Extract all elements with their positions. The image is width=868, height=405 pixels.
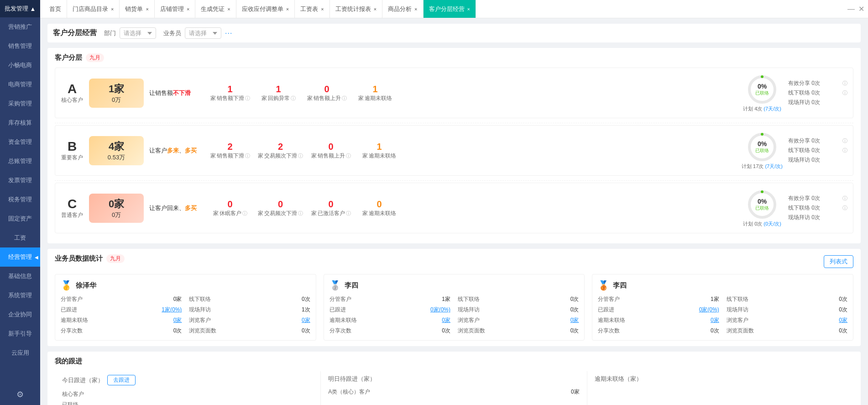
- sidebar-item-工资[interactable]: 工资: [0, 228, 40, 247]
- agent-stat-val-link[interactable]: 0家: [302, 316, 310, 324]
- sidebar-item-企业协同[interactable]: 企业协同: [0, 305, 40, 324]
- info-icon[interactable]: ⓘ: [245, 153, 250, 159]
- go-followup-button[interactable]: 去跟进: [107, 375, 136, 385]
- tab-应收应付调整单[interactable]: 应收应付调整单 ×: [236, 0, 295, 18]
- tab-close-icon[interactable]: ×: [146, 6, 148, 12]
- info-icon[interactable]: ⓘ: [842, 80, 847, 87]
- sidebar-item-税务管理[interactable]: 税务管理: [0, 190, 40, 209]
- sidebar-item-云应用[interactable]: 云应用: [0, 343, 40, 363]
- sidebar-item-资金管理[interactable]: 资金管理: [0, 132, 40, 152]
- tab-销货单[interactable]: 销货单 ×: [120, 0, 154, 18]
- sidebar-item-营销推广[interactable]: 营销推广: [0, 17, 40, 37]
- agent-stat-val-link[interactable]: 0家(0%): [430, 306, 450, 314]
- agent-stat-label: 已跟进: [61, 306, 77, 314]
- info-icon[interactable]: ⓘ: [291, 95, 296, 102]
- agent-stat-val-link[interactable]: 1家(0%): [162, 306, 182, 314]
- info-icon[interactable]: ⓘ: [842, 137, 847, 144]
- agent-card-1: 🥈 李四 分管客户 1家 线下联络 0次 已跟进: [324, 274, 585, 341]
- agent-stat-val-link[interactable]: 0家: [711, 316, 719, 324]
- info-icon[interactable]: ⓘ: [245, 95, 250, 102]
- tab-close-icon[interactable]: ×: [414, 6, 417, 12]
- tab-label: 生成凭证: [201, 5, 225, 13]
- agent-stat-val-link[interactable]: 0家: [173, 316, 182, 324]
- tab-close-icon[interactable]: ×: [227, 6, 230, 12]
- biz-stats-title-text: 业务员数据统计: [55, 254, 103, 263]
- tier-b-stat-label-3: 家 逾期未联络: [362, 152, 396, 160]
- tab-工资表[interactable]: 工资表 ×: [295, 0, 329, 18]
- tier-c-stat-num-0: 0: [227, 199, 232, 210]
- tab-label: 商品分析: [388, 5, 412, 13]
- info-icon[interactable]: ⓘ: [346, 210, 351, 217]
- tab-bar: 首页 门店商品目录 × 销货单 × 店铺管理 × 生成凭证 × 应收应付调整单 …: [40, 0, 868, 18]
- info-icon[interactable]: ⓘ: [842, 195, 847, 202]
- sidebar-item-label: 采购管理: [8, 100, 32, 107]
- sidebar-item-总账管理[interactable]: 总账管理: [0, 152, 40, 171]
- info-icon[interactable]: ⓘ: [842, 147, 847, 154]
- info-icon[interactable]: ⓘ: [242, 210, 247, 217]
- sidebar-item-固定资产[interactable]: 固定资产: [0, 209, 40, 228]
- sidebar-item-系统管理[interactable]: 系统管理: [0, 286, 40, 305]
- tab-close-icon[interactable]: ×: [187, 6, 189, 12]
- tier-b-plan-link[interactable]: (7天/次): [765, 163, 783, 169]
- stat-sub-label: 回购异常: [268, 95, 290, 102]
- tier-a-plan-link[interactable]: (7天/次): [763, 106, 781, 111]
- agent-medal-2: 🥉: [598, 280, 609, 291]
- tab-店铺管理[interactable]: 店铺管理 ×: [155, 0, 195, 18]
- sidebar-item-销售管理[interactable]: 销售管理: [0, 37, 40, 56]
- tier-a-stat-num-1: 1: [276, 84, 281, 95]
- info-icon[interactable]: ⓘ: [298, 153, 303, 159]
- followup-col-title-text: 今日跟进（家）: [62, 376, 104, 384]
- sidebar-top-item[interactable]: 批发管理 ▲: [0, 0, 40, 17]
- info-icon[interactable]: ⓘ: [342, 95, 347, 102]
- agent-select[interactable]: 请选择: [185, 27, 221, 39]
- agent-stat-label: 已跟进: [598, 306, 614, 314]
- tier-a-stat-3: 1 家 逾期未联络: [355, 84, 396, 102]
- sidebar-item-新手引导[interactable]: 新手引导: [0, 324, 40, 343]
- right-stat-label: 有效分享 0次: [788, 137, 820, 145]
- sidebar-item-label: 总账管理: [8, 158, 32, 164]
- tab-label: 店铺管理: [160, 5, 184, 13]
- sidebar-top-label: 批发管理: [5, 5, 28, 13]
- tab-首页[interactable]: 首页: [44, 0, 67, 18]
- sidebar-item-小畅电商[interactable]: 小畅电商: [0, 56, 40, 75]
- tab-close-icon[interactable]: ×: [321, 6, 324, 12]
- agent-stat-row-1-4: 逾期未联络 0家: [329, 316, 450, 324]
- sidebar-item-库存核算[interactable]: 库存核算: [0, 113, 40, 132]
- agent-stat-val-link[interactable]: 0家: [442, 316, 450, 324]
- list-view-button[interactable]: 列表式: [824, 255, 853, 268]
- tab-close-icon[interactable]: ×: [111, 6, 114, 12]
- tab-close-icon[interactable]: ×: [467, 6, 470, 12]
- tab-门店商品目录[interactable]: 门店商品目录 ×: [67, 0, 120, 18]
- sidebar-item-采购管理[interactable]: 采购管理: [0, 94, 40, 113]
- agent-stat-val-link[interactable]: 0家: [570, 316, 579, 324]
- info-icon[interactable]: ⓘ: [346, 153, 351, 159]
- tier-c-plan-link[interactable]: (0天/次): [763, 221, 781, 226]
- biz-stats-month-badge: 九月: [106, 254, 125, 263]
- agent-stat-val: 1家: [442, 295, 450, 303]
- window-close-icon[interactable]: ✕: [858, 5, 864, 13]
- sidebar-item-电商管理[interactable]: 电商管理: [0, 75, 40, 94]
- tab-商品分析[interactable]: 商品分析 ×: [382, 0, 423, 18]
- followup-col-today: 今日跟进（家） 去跟进 核心客户 已联络 未联络 1: [55, 371, 321, 405]
- tier-a-stat-1: 1 家 回购异常 ⓘ: [258, 84, 299, 102]
- tab-close-icon[interactable]: ×: [374, 6, 376, 12]
- sidebar-item-经营管理[interactable]: 经营管理 ◀: [0, 247, 40, 267]
- dept-select[interactable]: 请选择: [120, 27, 156, 39]
- tab-close-icon[interactable]: ×: [286, 6, 289, 12]
- tab-生成凭证[interactable]: 生成凭证 ×: [195, 0, 236, 18]
- info-icon[interactable]: ⓘ: [842, 205, 847, 211]
- sidebar-item-发票管理[interactable]: 发票管理: [0, 171, 40, 190]
- agent-stat-val-link[interactable]: 0家: [839, 316, 847, 324]
- window-minimize-icon[interactable]: —: [847, 5, 855, 13]
- sidebar-item-label: 营销推广: [8, 23, 32, 30]
- filter-more-icon[interactable]: ···: [225, 29, 232, 37]
- sidebar-settings-icon[interactable]: ⚙: [0, 384, 40, 405]
- info-icon[interactable]: ⓘ: [298, 210, 303, 217]
- tab-客户分层经营[interactable]: 客户分层经营 ×: [424, 0, 476, 18]
- sidebar-item-基础信息[interactable]: 基础信息: [0, 267, 40, 286]
- info-icon[interactable]: ⓘ: [842, 89, 847, 96]
- agent-stat-row-2-5: 浏览客户 0家: [727, 316, 847, 324]
- tab-工资统计报表[interactable]: 工资统计报表 ×: [330, 0, 382, 18]
- tier-a-letter: A: [61, 82, 84, 96]
- agent-stat-val-link[interactable]: 0家(0%): [699, 306, 719, 314]
